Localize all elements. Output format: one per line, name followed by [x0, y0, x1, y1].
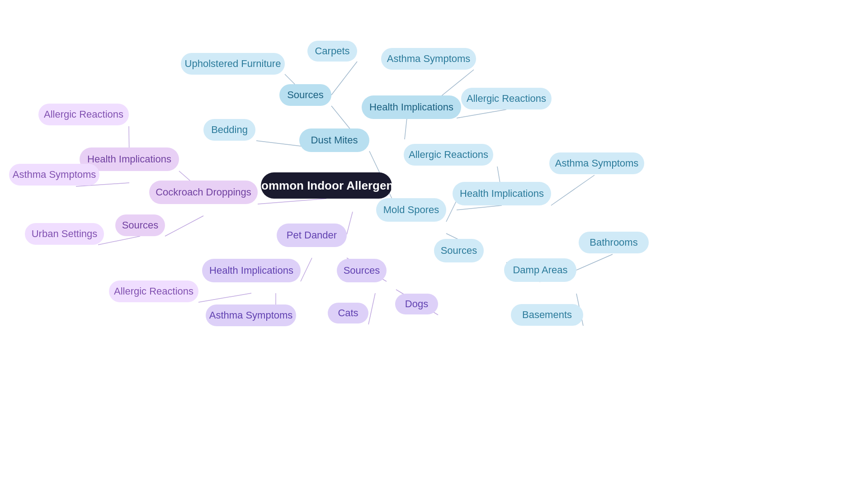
upholstered-node: Upholstered Furniture: [181, 53, 285, 75]
svg-line-15: [98, 236, 140, 245]
svg-line-1: [258, 199, 326, 204]
svg-line-22: [457, 205, 502, 210]
cock-sources-node: Sources: [115, 214, 165, 236]
mold-sources-node: Sources: [434, 239, 484, 262]
svg-line-2: [347, 212, 353, 234]
mold-spores-node: Mold Spores: [376, 198, 446, 222]
carpets-node: Carpets: [307, 41, 357, 62]
svg-line-27: [576, 254, 613, 270]
bathrooms-node: Bathrooms: [579, 232, 649, 253]
bedding-node: Bedding: [203, 119, 255, 141]
pet-health-node: Health Implications: [202, 259, 301, 282]
center-node: Common Indoor Allergens: [261, 172, 392, 199]
cats-node: Cats: [328, 303, 368, 323]
svg-line-14: [165, 216, 203, 236]
pet-allergic-node: Allergic Reactions: [109, 281, 198, 302]
svg-line-24: [551, 175, 594, 205]
pet-asthma-node: Asthma Symptoms: [206, 304, 296, 326]
pet-dander-node: Pet Dander: [277, 224, 347, 247]
pet-sources-node: Sources: [337, 259, 387, 282]
svg-line-17: [198, 293, 251, 302]
damp-areas-node: Damp Areas: [504, 258, 576, 282]
mold-allergic-node: Allergic Reactions: [404, 144, 493, 166]
mold-health-node: Health Implications: [453, 182, 551, 205]
urban-node: Urban Settings: [25, 223, 104, 245]
svg-line-10: [457, 109, 506, 118]
basements-node: Basements: [511, 304, 583, 326]
svg-line-8: [405, 118, 407, 139]
dust-allergic-node: Allergic Reactions: [461, 88, 552, 109]
svg-line-20: [368, 293, 375, 324]
svg-line-5: [331, 62, 357, 95]
dust-asthma-node: Asthma Symptoms: [381, 48, 476, 70]
dogs-node: Dogs: [395, 294, 438, 314]
cockroach-node: Cockroach Droppings: [149, 181, 258, 204]
cock-allergic-node: Allergic Reactions: [38, 104, 129, 125]
cock-asthma-node: Asthma Symptoms: [9, 164, 99, 186]
dust-health-node: Health Implications: [362, 95, 461, 119]
dust-sources-node: Sources: [279, 84, 331, 106]
mold-asthma-node: Asthma Symptoms: [549, 152, 644, 174]
svg-line-16: [301, 258, 312, 281]
dust-mites-node: Dust Mites: [299, 128, 369, 152]
